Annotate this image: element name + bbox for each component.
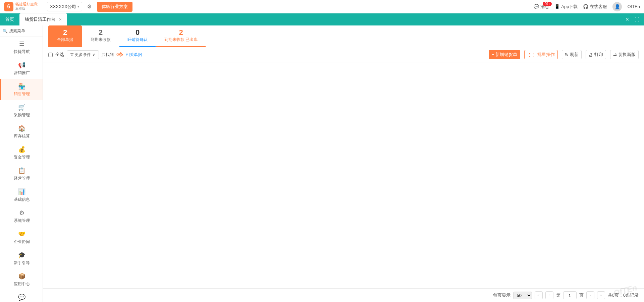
sidebar-marketing-label: 营销推广 [14, 70, 30, 76]
page-last-button[interactable]: » [597, 291, 605, 299]
batch-label: 批量操作 [537, 52, 555, 58]
sidebar-item-system[interactable]: ⚙ 系统管理 [0, 206, 43, 227]
page-next-button[interactable]: › [586, 291, 594, 299]
sidebar-item-marketing[interactable]: 📢 营销推广 [0, 58, 43, 79]
main-layout: 🔍 搜索菜单 ☰ 快捷导航 📢 营销推广 🏪 销售管理 🛒 采购管理 🏠 库存核… [0, 25, 644, 302]
switch-icon: ⇄ [613, 52, 617, 57]
stat-tab-all[interactable]: 2 全部单据 [48, 25, 82, 47]
filter-label: 更多条件 [75, 52, 91, 58]
stat-all-number: 2 [63, 29, 67, 36]
related-orders-link[interactable]: 相关单据 [126, 52, 142, 58]
sidebar-guide-label: 新手引导 [14, 260, 30, 266]
logo-name: 畅捷通好生意 [15, 2, 38, 6]
system-icon: ⚙ [19, 209, 24, 217]
sidebar-item-enterprise[interactable]: 🤝 企业协同 [0, 227, 43, 248]
stat-overdue-out-number: 2 [179, 29, 183, 36]
print-button[interactable]: 🖨 打印 [586, 50, 606, 59]
page-size-select[interactable]: 50 20 100 [513, 292, 532, 299]
stat-tab-overdue-out[interactable]: 2 到期未收款 已出库 [156, 25, 206, 47]
search-icon: 🔍 [3, 29, 8, 34]
avatar[interactable]: 👤 [612, 2, 622, 11]
service-icon: 🎧 [583, 4, 588, 9]
basic-icon: 📊 [18, 188, 25, 195]
tab-home[interactable]: 首页 [0, 13, 19, 25]
batch-icon: ⋮⋮ [527, 52, 536, 57]
page-prev-button[interactable]: ‹ [545, 291, 553, 299]
found-prefix: 共找到 [102, 52, 114, 58]
apps-icon: 📦 [18, 273, 25, 280]
per-page-label: 每页显示 [493, 292, 511, 298]
page-suffix: 页 [579, 292, 584, 298]
toolbar: 全选 ▽ 更多条件 ∨ 共找到 0条 相关单据 + 新增销货单 ⋮⋮ 批量操作 … [43, 47, 644, 62]
sidebar-purchase-label: 采购管理 [14, 112, 30, 118]
page-label: 第 [556, 292, 560, 298]
sidebar-item-basic[interactable]: 📊 基础信息 [0, 185, 43, 206]
stat-overdue-out-label: 到期未收款 已出库 [164, 37, 198, 43]
sidebar-item-finance[interactable]: 💰 资金管理 [0, 142, 43, 164]
switch-label: 切换新版 [618, 52, 636, 58]
add-order-button[interactable]: + 新增销货单 [489, 50, 520, 59]
sidebar-search[interactable]: 🔍 搜索菜单 [0, 25, 43, 37]
sidebar-item-operation[interactable]: 📋 经营管理 [0, 164, 43, 185]
refresh-label: 刷新 [570, 52, 579, 58]
tab-bar: 首页 钱货日清工作台 ✕ ✕ ⛶ [0, 13, 644, 25]
sidebar-inventory-label: 库存核算 [14, 133, 30, 139]
page-first-button[interactable]: « [535, 291, 543, 299]
sidebar-item-inventory[interactable]: 🏠 库存核算 [0, 121, 43, 142]
refresh-button[interactable]: ↻ 刷新 [562, 50, 582, 59]
sidebar-item-sales[interactable]: 🏪 销售管理 [0, 79, 43, 100]
sidebar-item-purchase[interactable]: 🛒 采购管理 [0, 100, 43, 121]
sidebar-item-apps[interactable]: 📦 应用中心 [0, 269, 43, 290]
company-dropdown-arrow: ▾ [77, 5, 79, 8]
filter-icon: ▽ [70, 52, 73, 57]
stat-tab-overdue[interactable]: 2 到期未收款 [83, 25, 119, 47]
sidebar-item-wechat[interactable]: 💬 企业微信 [0, 290, 43, 302]
finance-icon: 💰 [18, 146, 25, 153]
app-label: App下载 [561, 4, 578, 10]
stat-overdue-label: 到期未收款 [91, 37, 111, 43]
logo-area: 6 畅捷通好生意 标准版 [4, 2, 47, 11]
message-icon: 💬 [534, 4, 539, 9]
table-area [43, 62, 644, 288]
switch-version-button[interactable]: ⇄ 切换新版 [610, 50, 639, 59]
wechat-icon: 💬 [18, 294, 25, 301]
message-button[interactable]: 💬 消息 99+ [534, 4, 549, 10]
search-label: 搜索菜单 [9, 28, 25, 34]
username: OfTEn [627, 4, 640, 9]
select-all-label: 全选 [55, 52, 64, 58]
operation-icon: 📋 [18, 167, 25, 174]
sidebar-item-nav[interactable]: ☰ 快捷导航 [0, 37, 43, 58]
company-name: XXXXXX公司 [50, 4, 76, 10]
marketing-icon: 📢 [18, 61, 25, 69]
filter-button[interactable]: ▽ 更多条件 ∨ [67, 50, 99, 59]
enterprise-icon: 🤝 [18, 230, 25, 238]
online-service-button[interactable]: 🎧 在线客服 [583, 4, 607, 10]
sidebar-basic-label: 基础信息 [14, 197, 30, 202]
tab-expand-button[interactable]: ⛶ [633, 15, 641, 23]
app-download-button[interactable]: 📱 App下载 [554, 4, 578, 10]
stats-tabs: 2 全部单据 2 到期未收款 0 旺铺待确认 2 到期未收款 已出库 [43, 25, 644, 47]
inventory-icon: 🏠 [18, 125, 25, 132]
sidebar-item-guide[interactable]: 🎓 新手引导 [0, 248, 43, 269]
tab-close-window-button[interactable]: ✕ [624, 15, 631, 23]
tab-close-button[interactable]: ✕ [59, 17, 62, 22]
sidebar-system-label: 系统管理 [14, 218, 30, 224]
stat-all-label: 全部单据 [57, 37, 73, 43]
top-right: 💬 消息 99+ 📱 App下载 🎧 在线客服 👤 OfTEn [534, 2, 640, 11]
experience-button[interactable]: 体验行业方案 [97, 2, 132, 12]
company-select[interactable]: XXXXXX公司 ▾ [47, 2, 82, 11]
page-input[interactable] [563, 291, 577, 299]
print-label: 打印 [594, 52, 603, 58]
settings-button[interactable]: ⚙ [84, 2, 94, 12]
batch-action-button[interactable]: ⋮⋮ 批量操作 [524, 50, 558, 59]
purchase-icon: 🛒 [18, 104, 25, 111]
stat-wangpu-label: 旺铺待确认 [127, 37, 148, 43]
nav-icon: ☰ [19, 40, 24, 48]
tab-workbench[interactable]: 钱货日清工作台 ✕ [19, 13, 67, 25]
select-all-checkbox[interactable] [48, 53, 53, 57]
tab-workbench-label: 钱货日清工作台 [25, 16, 55, 22]
stat-tab-wangpu[interactable]: 0 旺铺待确认 [119, 25, 156, 47]
stat-overdue-number: 2 [99, 29, 103, 36]
top-bar: 6 畅捷通好生意 标准版 XXXXXX公司 ▾ ⚙ 体验行业方案 💬 消息 99… [0, 0, 644, 13]
sidebar-enterprise-label: 企业协同 [14, 239, 30, 245]
